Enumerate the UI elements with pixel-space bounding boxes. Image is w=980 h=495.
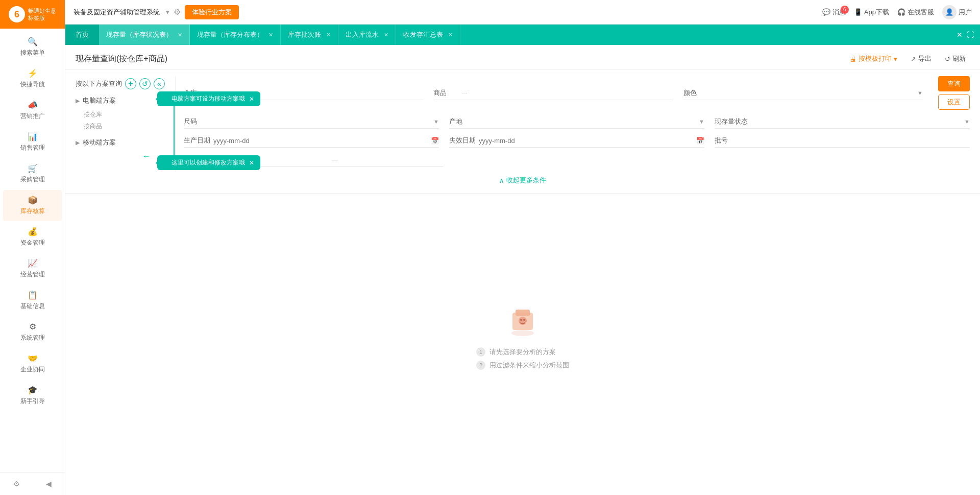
add-plan-btn[interactable]: + <box>125 78 136 89</box>
tab-stock-status[interactable]: 现存量（库存状况表） ✕ <box>99 25 190 45</box>
tooltip-pc-plan: 电脑方案可设为移动方案哦 ✕ <box>157 91 260 106</box>
main-area: 装备及固定资产辅助管理系统 ▾ ⚙ 体验行业方案 💬 消息 6 📱 App下载 … <box>65 0 980 495</box>
plan-section: 按以下方案查询 + ↺ « ▶ 电脑端方案 按仓库 <box>76 76 176 172</box>
stock-status-arrow-icon[interactable]: ▼ <box>964 119 970 125</box>
sidebar-item-guide[interactable]: 🎓 新手引导 <box>3 380 62 411</box>
online-support-btn[interactable]: 🎧 在线客服 <box>897 8 934 17</box>
tab-close-stock-dist[interactable]: ✕ <box>268 32 273 38</box>
tab-close-all-icon[interactable]: ✕ <box>957 31 963 39</box>
system-title: 装备及固定资产辅助管理系统 <box>74 8 160 17</box>
sidebar-item-system[interactable]: ⚙ 系统管理 <box>3 317 62 347</box>
app-download-btn[interactable]: 📱 App下载 <box>854 8 889 17</box>
side-btns: 查询 设置 <box>938 76 970 110</box>
guide-icon: 🎓 <box>28 385 38 395</box>
sidebar-item-inventory[interactable]: 📦 库存核算 <box>3 190 62 221</box>
tab-close-summary[interactable]: ✕ <box>448 32 453 38</box>
mobile-plan-item[interactable]: ▶ 移动端方案 <box>76 136 165 149</box>
sidebar-item-marketing[interactable]: 📣 营销推广 <box>3 95 62 126</box>
edit-plan-btn[interactable]: ↺ <box>139 78 151 89</box>
settings-btn[interactable]: ⚙ <box>11 478 22 490</box>
sidebar-menu: 🔍 搜索菜单 ⚡ 快捷导航 📣 营销推广 📊 销售管理 🛒 采购管理 📦 库存核… <box>0 29 65 472</box>
produce-date-input[interactable] <box>213 137 428 145</box>
expire-date-label: 失效日期 <box>449 136 476 145</box>
header-right: 💬 消息 6 📱 App下载 🎧 在线客服 👤 用户 <box>822 5 972 19</box>
empty-step-2: 2 用过滤条件来缩小分析范围 <box>476 361 569 370</box>
page-title: 现存量查询(按仓库+商品) <box>76 54 167 64</box>
system-dropdown-icon[interactable]: ▾ <box>166 8 169 16</box>
empty-steps: 1 请先选择要分析的方案 2 用过滤条件来缩小分析范围 <box>476 347 569 370</box>
tab-summary[interactable]: 收发存汇总表 ✕ <box>396 25 460 45</box>
sidebar-item-enterprise[interactable]: 🤝 企业协同 <box>3 348 62 379</box>
experience-button[interactable]: 体验行业方案 <box>185 5 239 19</box>
brand-text: 畅通好生意 标签版 <box>28 7 56 22</box>
stock-status-label: 现存量状态 <box>715 117 748 126</box>
empty-step-1: 1 请先选择要分析的方案 <box>476 347 569 357</box>
stock-max-input[interactable] <box>341 156 444 163</box>
color-arrow-icon[interactable]: ▼ <box>917 90 923 96</box>
sidebar-item-basic[interactable]: 📋 基础信息 <box>3 285 62 316</box>
tab-close-stock-status[interactable]: ✕ <box>178 32 182 38</box>
svg-rect-2 <box>516 310 530 316</box>
color-field: 颜色 ▼ <box>683 86 923 100</box>
refresh-btn[interactable]: ↺ 刷新 <box>941 52 970 65</box>
pc-sub-1[interactable]: 按仓库 <box>84 109 165 121</box>
size-arrow-icon[interactable]: ▼ <box>433 119 439 125</box>
sidebar-item-management[interactable]: 📈 经营管理 <box>3 253 62 284</box>
tab-stock-dist[interactable]: 现存量（库存分布表） ✕ <box>190 25 281 45</box>
tab-bar: 首页 现存量（库存状况表） ✕ 现存量（库存分布表） ✕ 库存批次账 ✕ 出入库… <box>65 25 980 45</box>
print-btn[interactable]: 🖨 按模板打印 ▾ <box>846 52 901 65</box>
expire-date-field: 失效日期 📅 <box>449 134 704 148</box>
batch-label: 批号 <box>715 136 740 145</box>
inventory-icon: 📦 <box>28 195 38 205</box>
user-btn[interactable]: 👤 用户 <box>942 5 972 19</box>
pc-sub-2[interactable]: 按商品 <box>84 121 165 132</box>
origin-arrow-icon[interactable]: ▼ <box>699 119 704 125</box>
goods-dots[interactable]: ··· <box>462 89 468 97</box>
purchase-icon: 🛒 <box>28 163 38 173</box>
reset-button[interactable]: 设置 <box>938 95 970 110</box>
sidebar-item-nav[interactable]: ⚡ 快捷导航 <box>3 63 62 94</box>
collapse-btn[interactable]: ◀ <box>44 478 54 490</box>
tab-batch-account[interactable]: 库存批次账 ✕ <box>281 25 338 45</box>
sidebar-item-search[interactable]: 🔍 搜索菜单 <box>3 32 62 62</box>
sales-icon: 📊 <box>28 132 38 142</box>
tooltip1-close-btn[interactable]: ✕ <box>249 96 254 103</box>
export-btn[interactable]: ↗ 导出 <box>906 52 936 65</box>
svg-point-5 <box>523 319 525 321</box>
size-field: 尺码 ▼ <box>184 115 439 129</box>
tooltip2-close-btn[interactable]: ✕ <box>249 159 254 167</box>
tab-close-batch[interactable]: ✕ <box>326 32 331 38</box>
avatar-icon: 👤 <box>945 8 953 16</box>
management-icon: 📈 <box>28 258 38 268</box>
tab-expand-icon[interactable]: ⛶ <box>967 31 974 39</box>
sidebar-item-finance[interactable]: 💰 资金管理 <box>3 222 62 252</box>
tab-close-flow[interactable]: ✕ <box>384 32 388 38</box>
produce-date-calendar-icon[interactable]: 📅 <box>431 137 439 145</box>
print-icon: 🖨 <box>850 55 856 63</box>
step-2-num: 2 <box>476 361 485 370</box>
nav-icon: ⚡ <box>28 68 38 78</box>
collapse-arrow-icon: ∧ <box>499 177 504 184</box>
dot2-icon <box>163 161 167 165</box>
header-actions: 🖨 按模板打印 ▾ ↗ 导出 ↺ 刷新 <box>846 52 970 65</box>
batch-input[interactable] <box>743 137 970 145</box>
back-plan-btn[interactable]: « <box>154 78 165 89</box>
produce-date-field: 生产日期 📅 <box>184 134 439 148</box>
search-button[interactable]: 查询 <box>938 76 970 91</box>
download-icon: 📱 <box>854 8 862 16</box>
header-left: 装备及固定资产辅助管理系统 ▾ ⚙ 体验行业方案 <box>74 5 239 19</box>
goods-label: 商品 <box>433 88 459 98</box>
notification-btn[interactable]: 💬 消息 6 <box>822 8 846 17</box>
tab-flow[interactable]: 出入库流水 ✕ <box>338 25 396 45</box>
stock-status-field: 现存量状态 ▼ <box>715 115 970 129</box>
expire-date-input[interactable] <box>479 137 693 145</box>
settings-gear-icon[interactable]: ⚙ <box>174 7 181 17</box>
collapse-row[interactable]: ∧ 收起更多条件 <box>76 172 970 187</box>
tab-home[interactable]: 首页 <box>65 25 99 45</box>
svg-point-4 <box>520 319 522 321</box>
sidebar-item-sales[interactable]: 📊 销售管理 <box>3 127 62 157</box>
search-icon: 🔍 <box>28 37 38 46</box>
expire-date-calendar-icon[interactable]: 📅 <box>696 137 704 145</box>
sidebar-item-purchase[interactable]: 🛒 采购管理 <box>3 158 62 189</box>
pc-plan-item[interactable]: ▶ 电脑端方案 <box>76 95 165 107</box>
